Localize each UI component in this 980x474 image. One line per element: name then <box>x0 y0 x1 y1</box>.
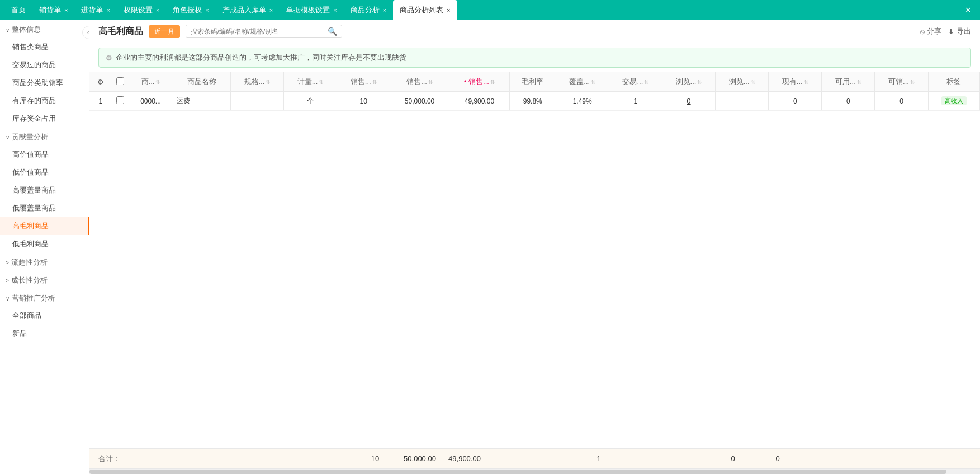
close-permission-tab[interactable]: × <box>156 7 159 13</box>
close-analysis-list-tab[interactable]: × <box>447 7 450 13</box>
sort-sales-cost-icon[interactable]: ⇅ <box>490 79 495 85</box>
export-icon: ⬇ <box>948 27 954 36</box>
close-all-tabs-button[interactable]: × <box>960 4 976 16</box>
sort-browse2-icon[interactable]: ⇅ <box>751 79 755 85</box>
col-tag: 标签 <box>928 72 979 92</box>
sort-sellable-icon[interactable]: ⇅ <box>910 79 915 85</box>
col-index: ⚙ <box>89 72 112 92</box>
sort-current-stock-icon[interactable]: ⇅ <box>804 79 808 85</box>
browse1-link[interactable]: 0 <box>687 97 690 105</box>
growth-arrow-icon: > <box>6 278 9 284</box>
sidebar-item-all-goods[interactable]: 全部商品 <box>0 307 89 325</box>
cell-coverage: 1.49% <box>556 92 609 111</box>
sort-sales-qty-icon[interactable]: ⇅ <box>372 79 377 85</box>
sidebar-group-marketing[interactable]: ∨ 营销推广分析 <box>0 289 89 307</box>
footer-sales-cost: 49,900.00 <box>442 454 487 463</box>
overall-arrow-icon: ∨ <box>6 27 10 33</box>
footer-sales-qty: 10 <box>353 454 397 463</box>
share-button[interactable]: ⎋ 分享 <box>920 26 941 36</box>
row-checkbox[interactable] <box>116 96 124 104</box>
col-checkbox <box>112 72 129 92</box>
header-actions: ⎋ 分享 ⬇ 导出 <box>920 26 971 36</box>
search-icon[interactable]: 🔍 <box>328 27 337 36</box>
sidebar-item-new-goods[interactable]: 新品 <box>0 325 89 342</box>
trend-arrow-icon: > <box>6 260 9 266</box>
nav-item-permission[interactable]: 权限设置 × <box>117 0 166 20</box>
sidebar-item-high-value[interactable]: 高价值商品 <box>0 146 89 163</box>
col-available: 可用...⇅ <box>822 72 875 92</box>
cell-gross-rate: 99.8% <box>509 92 556 111</box>
nav-item-template[interactable]: 单据模板设置 × <box>280 0 343 20</box>
sort-spec-icon[interactable]: ⇅ <box>266 79 270 85</box>
sidebar-item-high-coverage[interactable]: 高覆盖量商品 <box>0 181 89 199</box>
sidebar-item-traded-goods[interactable]: 交易过的商品 <box>0 56 89 74</box>
cell-index: 1 <box>89 92 112 111</box>
col-sales-amt: 销售...⇅ <box>390 72 449 92</box>
close-template-tab[interactable]: × <box>333 7 337 13</box>
col-sellable: 可销...⇅ <box>875 72 928 92</box>
content-header: 高毛利商品 近一月 🔍 ⎋ 分享 ⬇ 导出 <box>89 20 980 43</box>
close-product-in-tab[interactable]: × <box>269 7 273 13</box>
share-icon: ⎋ <box>920 27 925 36</box>
col-sales-qty: 销售...⇅ <box>337 72 390 92</box>
nav-item-analysis[interactable]: 商品分析 × <box>344 0 393 20</box>
nav-item-purchase[interactable]: 进货单 × <box>74 0 116 20</box>
close-analysis-tab[interactable]: × <box>383 7 386 13</box>
export-button[interactable]: ⬇ 导出 <box>948 26 971 36</box>
data-table: ⚙ 商...⇅ 商品名称 规格...⇅ <box>89 72 980 111</box>
close-purchase-tab[interactable]: × <box>106 7 110 13</box>
search-input[interactable] <box>191 27 325 35</box>
footer-label: 合计： <box>98 454 120 464</box>
sort-unit-icon[interactable]: ⇅ <box>319 79 323 85</box>
sidebar-item-low-value[interactable]: 低价值商品 <box>0 163 89 181</box>
col-coverage: 覆盖...⇅ <box>556 72 609 92</box>
sort-browse1-icon[interactable]: ⇅ <box>697 79 702 85</box>
nav-item-home[interactable]: 首页 <box>4 0 32 20</box>
cell-transactions: 1 <box>609 92 662 111</box>
footer-total: 合计： 10 50,000.00 49,900.00 1 0 0 <box>89 448 980 468</box>
col-gross-rate: 毛利率 <box>509 72 556 92</box>
footer-current-stock: 0 <box>711 454 755 463</box>
select-all-checkbox[interactable] <box>116 77 124 85</box>
page-title: 高毛利商品 <box>98 26 143 37</box>
nav-item-role[interactable]: 角色授权 × <box>166 0 215 20</box>
sidebar-item-sales-goods[interactable]: 销售类商品 <box>0 38 89 56</box>
sidebar-item-stock-capital[interactable]: 库存资金占用 <box>0 110 89 128</box>
content-area: 高毛利商品 近一月 🔍 ⎋ 分享 ⬇ 导出 ⚙ 企业的主要的利润都是这部分商品创… <box>89 20 980 474</box>
sidebar-item-stocked-goods[interactable]: 有库存的商品 <box>0 92 89 110</box>
cell-name: 运费 <box>173 92 230 111</box>
close-role-tab[interactable]: × <box>205 7 209 13</box>
sort-sales-amt-icon[interactable]: ⇅ <box>428 79 433 85</box>
cell-checkbox <box>112 92 129 111</box>
nav-item-sales[interactable]: 销货单 × <box>32 0 74 20</box>
sidebar-item-category-rate[interactable]: 商品分类助销率 <box>0 74 89 92</box>
col-transactions: 交易...⇅ <box>609 72 662 92</box>
sidebar-group-growth[interactable]: > 成长性分析 <box>0 271 89 289</box>
sidebar-group-contribution[interactable]: ∨ 贡献量分析 <box>0 128 89 146</box>
tag-badge[interactable]: 高收入 <box>941 96 967 105</box>
nav-item-analysis-list[interactable]: 商品分析列表 × <box>393 0 457 20</box>
sort-transactions-icon[interactable]: ⇅ <box>644 79 648 85</box>
sort-code-icon[interactable]: ⇅ <box>155 79 160 85</box>
table-row: 1 0000... 运费 个 10 50,000.00 49,900.00 99… <box>89 92 980 111</box>
time-filter-button[interactable]: 近一月 <box>149 25 180 38</box>
sort-available-icon[interactable]: ⇅ <box>857 79 861 85</box>
sort-coverage-icon[interactable]: ⇅ <box>591 79 595 85</box>
cell-current-stock: 0 <box>769 92 822 111</box>
horizontal-scrollbar[interactable] <box>89 468 980 474</box>
col-unit: 计量...⇅ <box>284 72 337 92</box>
footer-sales-amt: 50,000.00 <box>397 454 442 463</box>
sidebar-item-low-margin[interactable]: 低毛利商品 <box>0 235 89 253</box>
footer-transactions: 1 <box>576 454 621 463</box>
sidebar-item-low-coverage[interactable]: 低覆盖量商品 <box>0 199 89 217</box>
cell-sales-cost: 49,900.00 <box>449 92 509 111</box>
sidebar-group-trend[interactable]: > 流趋性分析 <box>0 253 89 271</box>
cell-sales-amt: 50,000.00 <box>390 92 449 111</box>
nav-item-product-in[interactable]: 产成品入库单 × <box>216 0 280 20</box>
settings-icon[interactable]: ⚙ <box>97 78 104 86</box>
sidebar-item-high-margin[interactable]: 高毛利商品 <box>0 217 89 235</box>
sidebar-group-overall[interactable]: ∨ 整体信息 <box>0 20 89 38</box>
col-name: 商品名称 <box>173 72 230 92</box>
close-sales-tab[interactable]: × <box>64 7 68 13</box>
col-current-stock: 现有...⇅ <box>769 72 822 92</box>
